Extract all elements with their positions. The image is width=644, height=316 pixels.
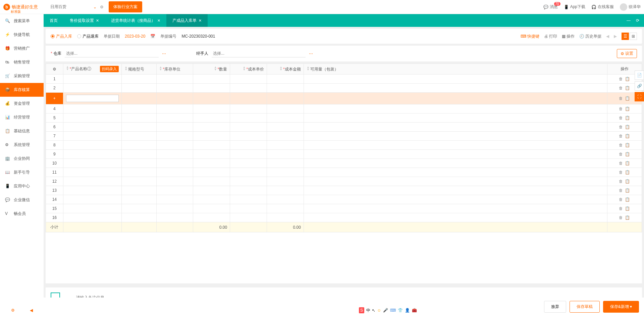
copy-icon[interactable]: 📋	[625, 77, 630, 81]
delete-icon[interactable]: 🗑	[619, 125, 623, 129]
handler-input[interactable]	[212, 50, 306, 57]
sidebar-item-0[interactable]: 🔍搜索菜单	[0, 14, 44, 28]
table-row[interactable]: +🗑📋	[46, 93, 642, 104]
table-row[interactable]: 2🗑📋	[46, 84, 642, 93]
save-new-button[interactable]: 保存&新增 ▾	[603, 301, 639, 313]
copy-icon[interactable]: 📋	[625, 116, 630, 120]
tab-refresh[interactable]: ⟳	[635, 17, 641, 24]
ime-user-icon[interactable]: 👤	[405, 308, 410, 313]
sidebar-item-5[interactable]: 📦库存核算	[0, 83, 44, 97]
close-icon[interactable]: ✕	[96, 18, 99, 23]
delete-icon[interactable]: 🗑	[619, 86, 623, 90]
sidebar-item-7[interactable]: 📊经营管理	[0, 110, 44, 124]
user-menu[interactable]: 徐泽华	[620, 3, 641, 11]
copy-icon[interactable]: 📋	[625, 152, 630, 156]
delete-icon[interactable]: 🗑	[619, 215, 623, 220]
sidebar-item-1[interactable]: ⚡快捷导航	[0, 28, 44, 42]
copy-icon[interactable]: 📋	[625, 197, 630, 202]
collapse-icon[interactable]: ◀	[30, 308, 33, 313]
copy-icon[interactable]: 📋	[625, 215, 630, 220]
download-link[interactable]: 📱 App下载	[564, 4, 585, 10]
view-list-button[interactable]: ☰	[622, 33, 629, 40]
save-draft-button[interactable]: 保存草稿	[570, 301, 600, 313]
experience-button[interactable]: 体验行业方案	[109, 1, 142, 12]
tab-1[interactable]: 售价提取设置✕	[64, 14, 105, 27]
delete-icon[interactable]: 🗑	[619, 197, 623, 202]
radio-product-in[interactable]: 产品入库	[51, 34, 72, 39]
settings-button[interactable]: ⚙ 设置	[617, 49, 637, 58]
col-product-name[interactable]: ▲▼*产品名称ⓘ 扫码录入	[63, 64, 121, 75]
messages-link[interactable]: 💬 消息 70	[543, 4, 558, 10]
history-button[interactable]: 🕘历史单据	[579, 34, 601, 39]
dock-expand-button[interactable]: ⛶	[635, 92, 644, 101]
warehouse-more-icon[interactable]: ⋯	[162, 51, 166, 56]
warehouse-input[interactable]	[65, 50, 159, 57]
sidebar-item-2[interactable]: 🎁营销推广	[0, 42, 44, 55]
delete-icon[interactable]: 🗑	[619, 188, 623, 193]
operate-button[interactable]: ▦操作	[562, 34, 575, 39]
table-row[interactable]: 9🗑📋	[46, 150, 642, 159]
copy-icon[interactable]: 📋	[625, 143, 630, 147]
gear-icon[interactable]: ⚙	[100, 5, 104, 9]
delete-icon[interactable]: 🗑	[619, 152, 623, 156]
close-icon[interactable]: ✕	[199, 18, 202, 23]
table-row[interactable]: 8🗑📋	[46, 141, 642, 150]
delete-icon[interactable]: 🗑	[619, 179, 623, 184]
dock-link-button[interactable]: 🔗	[635, 81, 644, 91]
sidebar-item-9[interactable]: ⚙系统管理	[0, 138, 44, 152]
sidebar-item-14[interactable]: V畅会员	[0, 207, 44, 221]
table-row[interactable]: 10🗑📋	[46, 159, 642, 168]
tab-2[interactable]: 进货单统计表（按商品）✕	[105, 14, 166, 27]
ime-lang[interactable]: 中	[366, 308, 370, 313]
sidebar-item-13[interactable]: 💬企业微信	[0, 193, 44, 207]
tab-3[interactable]: 产成品入库单✕	[166, 14, 208, 27]
close-icon[interactable]: ✕	[157, 18, 160, 23]
delete-icon[interactable]: 🗑	[619, 206, 623, 211]
prev-icon[interactable]: ◀	[606, 34, 609, 39]
delete-icon[interactable]: 🗑	[619, 134, 623, 138]
delete-icon[interactable]: 🗑	[619, 77, 623, 81]
scan-button[interactable]: 扫码录入	[100, 66, 119, 72]
sidebar-item-11[interactable]: 📖新手引导	[0, 166, 44, 179]
ime-keyboard-icon[interactable]: ⌨	[390, 308, 396, 313]
sidebar-item-6[interactable]: 💰资金管理	[0, 97, 44, 110]
shortcut-link[interactable]: ⌨快捷键	[521, 34, 539, 39]
ime-punct-icon[interactable]: •،	[372, 308, 375, 313]
col-available[interactable]: ▲▼可用量（包装）	[304, 64, 607, 75]
table-row[interactable]: 1🗑📋	[46, 75, 642, 84]
sidebar-item-4[interactable]: 🛒采购管理	[0, 69, 44, 83]
col-amount[interactable]: ▲▼*成本金额	[267, 64, 304, 75]
table-row[interactable]: 14🗑📋	[46, 195, 642, 204]
table-row[interactable]: 7🗑📋	[46, 132, 642, 141]
radio-product-out[interactable]: 产品退库	[77, 34, 99, 39]
copy-icon[interactable]: 📋	[625, 188, 630, 193]
tab-minimize[interactable]: —	[625, 17, 632, 24]
sidebar-item-3[interactable]: 🛍销售管理	[0, 55, 44, 69]
add-row-button[interactable]: +	[51, 95, 57, 101]
delete-icon[interactable]: 🗑	[619, 116, 623, 120]
copy-icon[interactable]: 📋	[625, 161, 630, 166]
department-select[interactable]: 日用百货 ⌄	[50, 4, 97, 10]
copy-icon[interactable]: 📋	[625, 170, 630, 175]
tab-0[interactable]: 首页	[44, 14, 64, 27]
copy-icon[interactable]: 📋	[625, 86, 630, 90]
copy-icon[interactable]: 📋	[625, 134, 630, 138]
sidebar-item-8[interactable]: 📋基础信息	[0, 124, 44, 138]
product-name-input[interactable]	[66, 95, 119, 102]
next-icon[interactable]: ▶	[614, 34, 617, 39]
delete-icon[interactable]: 🗑	[619, 106, 623, 111]
table-row[interactable]: 6🗑📋	[46, 123, 642, 132]
delete-icon[interactable]: 🗑	[619, 96, 623, 101]
ime-mic-icon[interactable]: 🎤	[383, 308, 388, 313]
table-row[interactable]: 12🗑📋	[46, 177, 642, 186]
ime-toolbox-icon[interactable]: 🧰	[412, 308, 417, 313]
dock-note-button[interactable]: 📄	[635, 71, 644, 80]
sidebar-item-12[interactable]: 📱应用中心	[0, 179, 44, 193]
col-price[interactable]: ▲▼*成本单价	[230, 64, 267, 75]
table-row[interactable]: 11🗑📋	[46, 168, 642, 177]
copy-icon[interactable]: 📋	[625, 206, 630, 211]
table-row[interactable]: 13🗑📋	[46, 186, 642, 195]
copy-icon[interactable]: 📋	[625, 96, 630, 101]
ime-logo-icon[interactable]: S	[359, 307, 364, 313]
service-link[interactable]: 🎧 在线客服	[591, 4, 614, 10]
